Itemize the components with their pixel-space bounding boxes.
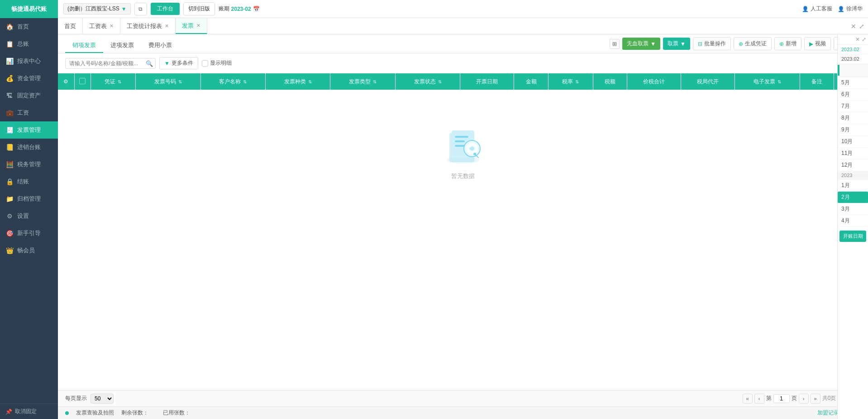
tab-salary[interactable]: 工资表 ✕ — [83, 18, 120, 34]
month-item-2023-1[interactable]: 1月 — [838, 180, 868, 192]
filter-button[interactable]: ▼ 更多条件 — [159, 57, 198, 69]
sidebar-item-label: 发票管理 — [17, 126, 41, 134]
sidebar-item-invoice-mgmt[interactable]: 🧾 发票管理 — [0, 121, 58, 139]
video-button[interactable]: ▶ 视频 — [804, 37, 831, 50]
tab-close-icon[interactable]: ✕ — [165, 23, 169, 29]
sort-icon[interactable]: ⇅ — [575, 79, 579, 84]
month-item-2023-3[interactable]: 3月 — [838, 203, 868, 215]
expand-tabs-icon[interactable]: ⤢ — [859, 23, 864, 30]
sub-tab-sales[interactable]: 销项发票 — [65, 39, 103, 53]
month-item-8[interactable]: 8月 — [838, 112, 868, 124]
open-date-header: 开票日期 — [476, 78, 498, 85]
first-page-button[interactable]: « — [743, 394, 753, 404]
tab-invoice[interactable]: 发票 ✕ — [176, 18, 207, 34]
month-item-2023-4[interactable]: 4月 — [838, 215, 868, 227]
sidebar-item-archive[interactable]: 📁 归档管理 — [0, 190, 58, 207]
copy-button[interactable]: ⧉ — [134, 3, 147, 15]
generate-proof-button[interactable]: ⊕ 生成凭证 — [734, 37, 772, 50]
prev-page-button[interactable]: ‹ — [754, 394, 764, 404]
topbar-right: 👤 人工客服 👤 徐溥华 — [802, 5, 863, 13]
sidebar-item-assets[interactable]: 🏗 固定资产 — [0, 87, 58, 104]
customer-service-button[interactable]: 👤 人工客服 — [802, 5, 832, 13]
sidebar-item-member[interactable]: 👑 畅会员 — [0, 242, 58, 259]
tab-home[interactable]: 首页 — [58, 18, 83, 34]
batch-ops-button[interactable]: ⊟ 批量操作 — [693, 37, 731, 50]
sidebar-item-settings[interactable]: ⚙ 设置 — [0, 207, 58, 225]
sidebar-item-sales-ledger[interactable]: 📒 进销台账 — [0, 139, 58, 156]
month-item-11[interactable]: 11月 — [838, 148, 868, 159]
search-input[interactable] — [65, 58, 156, 69]
page-size-select[interactable]: 50 10 20 100 — [91, 394, 114, 404]
sidebar-item-label: 新手引导 — [17, 229, 41, 237]
close-panel-button[interactable]: ✕ — [855, 36, 860, 43]
sidebar-item-salary[interactable]: 💼 工资 — [0, 104, 58, 121]
show-detail-checkbox[interactable]: 显示明细 — [202, 59, 232, 67]
grid-view-icon[interactable]: ⊞ — [610, 39, 620, 49]
month-item-12[interactable]: 12月 — [838, 159, 868, 171]
page-number-input[interactable] — [773, 394, 790, 403]
date-item[interactable]: 2023.02 — [838, 45, 868, 54]
sidebar-item-ledger[interactable]: 📋 总账 — [0, 35, 58, 53]
get-ticket-button[interactable]: 取票 ▼ — [663, 38, 690, 50]
month-item-2023-2[interactable]: 2月 — [838, 192, 868, 203]
switch-version-button[interactable]: 切到旧版 — [183, 2, 215, 15]
date-value: 2023.02 — [841, 56, 859, 62]
sidebar-item-label: 归档管理 — [17, 195, 41, 203]
month-item-9[interactable]: 9月 — [838, 124, 868, 136]
month-item-10[interactable]: 10月 — [838, 136, 868, 148]
unpin-button[interactable]: 📌 取消固定 — [0, 404, 58, 419]
search-icon[interactable]: 🔍 — [146, 60, 153, 67]
sidebar-item-home[interactable]: 🏠 首页 — [0, 18, 58, 35]
sidebar-item-close[interactable]: 🔒 结账 — [0, 173, 58, 190]
expand-panel-button[interactable]: ⤢ — [862, 36, 866, 43]
sidebar-item-tax[interactable]: 🧮 税务管理 — [0, 156, 58, 173]
month-label: 4月 — [841, 217, 850, 225]
tab-label: 工资统计报表 — [127, 22, 162, 30]
sub-tab-expense[interactable]: 费用小票 — [141, 39, 179, 53]
close-all-icon[interactable]: ✕ — [851, 23, 856, 30]
sort-icon[interactable]: ⇅ — [438, 79, 442, 84]
month-item-7[interactable]: 7月 — [838, 101, 868, 112]
sort-icon[interactable]: ⇅ — [777, 79, 781, 84]
join-link[interactable]: 加盟记录 — [817, 409, 839, 417]
sort-icon[interactable]: ⇅ — [243, 79, 247, 84]
amount-header: 金额 — [526, 78, 537, 85]
open-period-button[interactable]: 开账日期 — [839, 231, 866, 242]
main-content: (勿删）江西股宝-LSS ▼ ⧉ 工作台 切到旧版 账期 2023-02 📅 👤… — [58, 0, 868, 419]
sidebar-item-guide[interactable]: 🎯 新手引导 — [0, 225, 58, 242]
dropdown-arrow-icon: ▼ — [650, 41, 656, 47]
year-label: 2023 — [841, 173, 852, 178]
last-page-button[interactable]: » — [811, 394, 820, 404]
sub-tab-purchase[interactable]: 进项发票 — [103, 39, 141, 53]
status-bottom-bar: 发票查验及拍照 剩余张数： 已用张数： 加盟记录 去充值 — [58, 406, 868, 419]
table-header-row: ⚙ 凭证 ⇅ 发票号码 ⇅ 客户名称 — [58, 73, 868, 90]
user-profile-button[interactable]: 👤 徐溥华 — [838, 5, 863, 13]
table-wrap: ⚙ 凭证 ⇅ 发票号码 ⇅ 客户名称 — [58, 73, 868, 390]
sort-icon[interactable]: ⇅ — [118, 79, 121, 84]
filter-icon: ▼ — [164, 60, 170, 67]
tab-close-icon[interactable]: ✕ — [196, 23, 200, 29]
calendar-icon[interactable]: 📅 — [253, 6, 260, 12]
sidebar-item-funds[interactable]: 💰 资金管理 — [0, 70, 58, 87]
sort-icon[interactable]: ⇅ — [178, 79, 182, 84]
month-item-6[interactable]: 6月 — [838, 89, 868, 101]
col-settings[interactable]: ⚙ — [58, 73, 74, 90]
year-2023-header: 2023 — [838, 171, 868, 180]
tab-salary-stats[interactable]: 工资统计报表 ✕ — [120, 18, 176, 34]
sort-icon[interactable]: ⇅ — [308, 79, 312, 84]
sidebar-bottom: 📌 取消固定 — [0, 404, 58, 419]
tab-close-icon[interactable]: ✕ — [110, 23, 114, 29]
sort-icon[interactable]: ⇅ — [373, 79, 377, 84]
no-tax-button[interactable]: 无血取票 ▼ — [622, 38, 660, 50]
new-button[interactable]: ⊕ 新增 — [774, 37, 801, 50]
sidebar-item-reports[interactable]: 📊 报表中心 — [0, 53, 58, 70]
company-selector[interactable]: (勿删）江西股宝-LSS ▼ — [63, 3, 131, 14]
col-check[interactable] — [74, 73, 91, 90]
filter-label: 更多条件 — [172, 59, 193, 67]
date-item[interactable]: 2023.02 — [838, 54, 868, 64]
header-checkbox[interactable] — [79, 78, 86, 84]
next-page-button[interactable]: › — [799, 394, 809, 404]
sidebar-item-label: 税务管理 — [17, 160, 41, 169]
month-item-5[interactable]: 5月 — [838, 77, 868, 89]
workspace-button[interactable]: 工作台 — [151, 3, 180, 15]
